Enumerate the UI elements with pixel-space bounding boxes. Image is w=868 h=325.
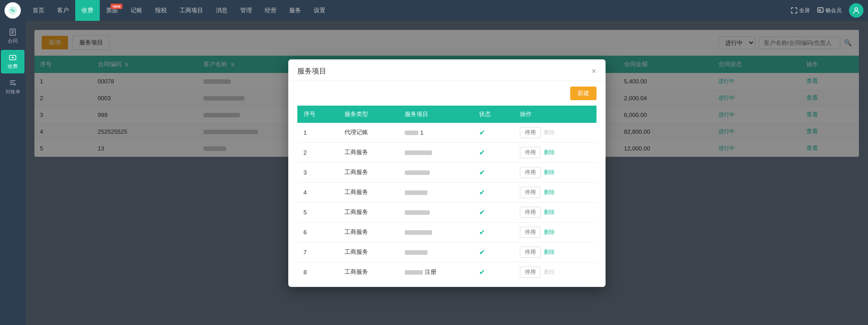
app-logo	[5, 2, 21, 19]
stop-button[interactable]: 停用	[520, 187, 541, 198]
dcol-type: 服务类型	[338, 106, 398, 123]
dcell-no: 2	[297, 142, 338, 162]
nav-guanli[interactable]: 管理	[234, 0, 258, 21]
sidebar-item-shoufei[interactable]: 收费	[1, 50, 24, 73]
dialog-scroll[interactable]: 序号 服务类型 服务项目 状态 操作 1 代理记账 1 ✔ 停用 删除 2 工商…	[297, 106, 596, 278]
nav-jingying[interactable]: 经营	[258, 0, 283, 21]
delete-button[interactable]: 删除	[542, 187, 557, 198]
dcell-status: ✔	[473, 242, 514, 262]
dcell-no: 5	[297, 202, 338, 222]
top-nav-right: 全屏 畅会员	[791, 3, 863, 18]
nav-customer[interactable]: 客户	[51, 0, 75, 21]
dcell-action: 停用 删除	[514, 123, 596, 143]
dialog-row: 8 工商服务 注册 ✔ 停用 删除	[297, 262, 596, 278]
dcell-action: 停用 删除	[514, 242, 596, 262]
dialog-row: 3 工商服务 ✔ 停用 删除	[297, 162, 596, 182]
delete-button[interactable]: 删除	[542, 267, 557, 277]
stop-button[interactable]: 停用	[520, 227, 541, 238]
dcell-action: 停用 删除	[514, 162, 596, 182]
avatar[interactable]	[849, 3, 863, 18]
delete-button[interactable]: 删除	[542, 227, 557, 238]
dcol-item: 服务项目	[398, 106, 472, 123]
dialog-body: 序号 服务类型 服务项目 状态 操作 1 代理记账 1 ✔ 停用 删除 2 工商…	[288, 106, 606, 287]
status-check-icon: ✔	[479, 169, 485, 176]
dcol-status: 状态	[473, 106, 514, 123]
sidebar-item-duizhang[interactable]: 对账单	[1, 75, 24, 99]
nav-shezhi[interactable]: 设置	[307, 0, 332, 21]
status-check-icon: ✔	[479, 189, 485, 196]
service-dialog: 服务项目 × 新建 序号 服务类型 服务项目 状态 操作	[288, 59, 606, 287]
dcell-action: 停用 删除	[514, 262, 596, 278]
dialog-header: 服务项目 ×	[288, 59, 606, 81]
dcell-type: 工商服务	[338, 262, 398, 278]
dcell-status: ✔	[473, 182, 514, 202]
nav-gongshang[interactable]: 工商项目	[173, 0, 209, 21]
status-check-icon: ✔	[479, 149, 485, 156]
dialog-row: 6 工商服务 ✔ 停用 删除	[297, 222, 596, 242]
dcell-item	[398, 162, 472, 182]
fullscreen-button[interactable]: 全屏	[791, 7, 810, 15]
status-check-icon: ✔	[479, 129, 485, 136]
dialog-row: 1 代理记账 1 ✔ 停用 删除	[297, 123, 596, 143]
stop-button[interactable]: 停用	[520, 167, 541, 178]
dcell-item	[398, 142, 472, 162]
member-button[interactable]: 畅会员	[817, 7, 842, 15]
dcell-status: ✔	[473, 123, 514, 143]
dcol-no: 序号	[297, 106, 338, 123]
top-nav: 首页 客户 收费 票据 new 记账 报税 工商项目 消息 管理 经营 服务 设…	[0, 0, 868, 21]
dcell-type: 工商服务	[338, 202, 398, 222]
dcell-status: ✔	[473, 162, 514, 182]
nav-fuwu[interactable]: 服务	[283, 0, 307, 21]
nav-jizhang[interactable]: 记账	[124, 0, 149, 21]
nav-piao[interactable]: 票据 new	[100, 0, 124, 21]
dcell-type: 工商服务	[338, 142, 398, 162]
dcell-type: 工商服务	[338, 162, 398, 182]
svg-point-2	[855, 8, 858, 10]
stop-button[interactable]: 停用	[520, 207, 541, 218]
status-check-icon: ✔	[479, 248, 485, 256]
dialog-row: 4 工商服务 ✔ 停用 删除	[297, 182, 596, 202]
stop-button[interactable]: 停用	[520, 267, 541, 278]
dialog-row: 2 工商服务 ✔ 停用 删除	[297, 142, 596, 162]
dcell-type: 工商服务	[338, 182, 398, 202]
delete-button[interactable]: 删除	[542, 127, 557, 138]
dialog-close-button[interactable]: ×	[592, 67, 596, 75]
dcell-item: 1	[398, 123, 472, 143]
dcell-item: 注册	[398, 262, 472, 278]
delete-button[interactable]: 删除	[542, 147, 557, 158]
dcell-no: 7	[297, 242, 338, 262]
delete-button[interactable]: 删除	[542, 167, 557, 178]
dialog-title: 服务项目	[297, 67, 326, 76]
dcell-no: 6	[297, 222, 338, 242]
delete-button[interactable]: 删除	[542, 207, 557, 218]
dcell-item	[398, 222, 472, 242]
dcell-item	[398, 242, 472, 262]
stop-button[interactable]: 停用	[520, 147, 541, 158]
content-area: 新增 服务项目 进行中 全部 已结束 未开始 🔍 序号	[25, 21, 868, 325]
dcell-type: 代理记账	[338, 123, 398, 143]
nav-items: 首页 客户 收费 票据 new 记账 报税 工商项目 消息 管理 经营 服务 设…	[26, 0, 332, 21]
delete-button[interactable]: 删除	[542, 247, 557, 257]
dcell-status: ✔	[473, 222, 514, 242]
dcell-status: ✔	[473, 202, 514, 222]
dcell-action: 停用 删除	[514, 222, 596, 242]
status-check-icon: ✔	[479, 268, 485, 276]
dcell-status: ✔	[473, 142, 514, 162]
dcell-item	[398, 182, 472, 202]
stop-button[interactable]: 停用	[520, 247, 541, 258]
new-badge: new	[111, 4, 122, 9]
stop-button[interactable]: 停用	[520, 127, 541, 138]
dialog-row: 7 工商服务 ✔ 停用 删除	[297, 242, 596, 262]
dcell-no: 4	[297, 182, 338, 202]
status-check-icon: ✔	[479, 209, 485, 216]
dcell-type: 工商服务	[338, 242, 398, 262]
nav-shoufei[interactable]: 收费	[75, 0, 100, 21]
nav-baoshui[interactable]: 报税	[149, 0, 173, 21]
dcell-type: 工商服务	[338, 222, 398, 242]
sidebar-item-hetong[interactable]: 合同	[1, 24, 24, 48]
nav-xiaoxi[interactable]: 消息	[209, 0, 234, 21]
status-check-icon: ✔	[479, 228, 485, 236]
dialog-new-button[interactable]: 新建	[570, 87, 596, 100]
dcol-action: 操作	[514, 106, 596, 123]
nav-home[interactable]: 首页	[26, 0, 51, 21]
